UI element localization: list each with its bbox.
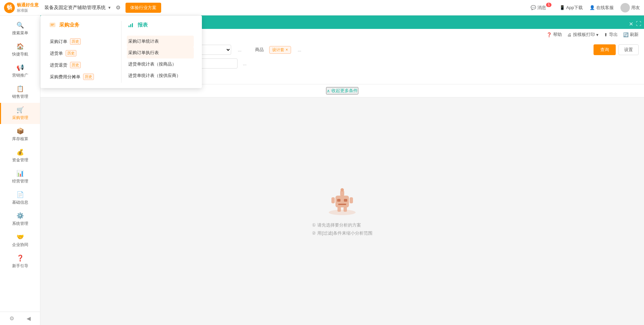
dropdown-item-order-exec[interactable]: 采购订单执行表 — [127, 47, 194, 58]
tab-close-action[interactable]: ✕ — [629, 21, 633, 27]
svg-rect-8 — [350, 197, 353, 203]
sidebar-item-operation[interactable]: 📊 经营管理 — [0, 166, 40, 188]
finance-icon: 💰 — [16, 149, 24, 156]
inbound-stats-supplier-label: 进货单统计表（按供应商） — [128, 73, 181, 79]
sidebar-item-quick-nav[interactable]: 🏠 快捷导航 — [0, 39, 40, 60]
app-name: 畅通好生意 — [17, 2, 39, 8]
sidebar-item-label: 基础信息 — [12, 200, 28, 205]
settings-button[interactable]: 设置 — [618, 44, 639, 55]
message-badge: 5 — [546, 3, 551, 7]
salesperson-ellipsis[interactable]: ... — [243, 61, 247, 66]
svg-rect-15 — [130, 24, 131, 27]
service-icon: 👤 — [589, 5, 595, 10]
inbound-history[interactable]: 历史 — [66, 50, 76, 56]
svg-rect-16 — [132, 23, 133, 27]
dropdown-item-purchase-order[interactable]: 采购订单 历史 — [48, 36, 116, 47]
inventory-icon: 📦 — [16, 127, 24, 135]
dropdown-item-order-stats[interactable]: 采购订单统计表 — [127, 36, 194, 47]
expense-label: 采购费用分摊单 — [50, 74, 80, 80]
svg-point-0 — [329, 210, 356, 215]
refresh-button[interactable]: 🔄 刷新 — [623, 32, 639, 38]
marketing-icon: 📢 — [16, 64, 24, 71]
top-bar-center: 装备及固定资产辅助管理系统 ▾ ⚙ 体验行业方案 — [44, 3, 531, 13]
help-icon: ❓ — [546, 32, 552, 37]
online-service-item[interactable]: 👤 在线客服 — [589, 5, 614, 11]
app-download-item[interactable]: 📱 App下载 — [560, 5, 583, 11]
sales-icon: 📋 — [16, 85, 24, 92]
sidebar-item-basic-info[interactable]: 📄 基础信息 — [0, 188, 40, 209]
active-bar — [0, 103, 1, 124]
dropdown-item-inbound-stats-goods[interactable]: 进货单统计表（按商品） — [127, 58, 194, 70]
voucher-ellipsis[interactable]: ... — [238, 47, 242, 52]
sidebar-item-inventory[interactable]: 📦 库存核算 — [0, 124, 40, 145]
system-name: 装备及固定资产辅助管理系统 — [44, 5, 106, 11]
sidebar-item-enterprise[interactable]: 🤝 企业协同 — [0, 230, 40, 251]
sidebar-item-guide[interactable]: ❓ 新手引导 — [0, 251, 40, 272]
dropdown-item-return[interactable]: 进货退货 历史 — [48, 59, 116, 71]
empty-text: 请先选择要分析的方案 用[过滤]条件来缩小分析范围 — [312, 221, 372, 237]
query-button[interactable]: 查询 — [594, 44, 616, 55]
sidebar-settings-icon[interactable]: ⚙ — [9, 315, 14, 322]
svg-rect-11 — [50, 23, 55, 27]
user-item[interactable]: 用友 — [620, 3, 640, 12]
return-label: 进货退货 — [50, 62, 67, 68]
svg-rect-7 — [331, 197, 335, 203]
purchase-col-icon — [48, 21, 57, 29]
report-col: 报表 采购订单统计表 采购订单执行表 进货单统计表（按商品） 进货单统计表（按供… — [124, 21, 197, 83]
print-dropdown-icon: ▾ — [596, 32, 599, 37]
sidebar-item-sales[interactable]: 📋 销售管理 — [0, 82, 40, 103]
phone-icon: 📱 — [560, 5, 565, 10]
print-icon: 🖨 — [567, 32, 572, 37]
top-bar-right: 💬 消息 5 📱 App下载 👤 在线客服 用友 — [531, 3, 640, 12]
export-icon: ⬆ — [604, 32, 608, 37]
goods-ellipsis[interactable]: ... — [298, 47, 301, 52]
sidebar-item-label: 营销推广 — [12, 73, 28, 78]
sidebar: 🔍 搜索菜单 🏠 快捷导航 📢 营销推广 📋 销售管理 🛒 采购管理 📦 库存核… — [0, 15, 40, 325]
tab-bar-actions: ✕ ⛶ — [629, 21, 641, 27]
sidebar-item-purchase[interactable]: 🛒 采购管理 — [0, 103, 40, 124]
collapse-label: 收起更多条件 — [331, 88, 358, 94]
avatar — [620, 3, 630, 12]
inbound-stats-goods-label: 进货单统计表（按商品） — [128, 61, 176, 67]
refresh-label: 刷新 — [630, 32, 639, 38]
sidebar-item-system[interactable]: ⚙️ 系统管理 — [0, 209, 40, 230]
search-icon: 🔍 — [16, 22, 24, 29]
report-col-title: 报表 — [127, 21, 194, 32]
goods-label: 商品 — [255, 47, 264, 53]
tab-expand-action[interactable]: ⛶ — [636, 21, 641, 27]
svg-rect-9 — [337, 207, 341, 212]
dropdown-item-expense[interactable]: 采购费用分摊单 历史 — [48, 71, 116, 83]
print-button[interactable]: 🖨 按模板打印 ▾ — [567, 32, 599, 38]
sidebar-item-search[interactable]: 🔍 搜索菜单 — [0, 18, 40, 39]
sidebar-item-marketing[interactable]: 📢 营销推广 — [0, 60, 40, 82]
sidebar-item-label: 采购管理 — [12, 115, 28, 121]
trial-button[interactable]: 体验行业方案 — [126, 3, 161, 13]
online-service-label: 在线客服 — [596, 5, 614, 11]
message-item[interactable]: 💬 消息 5 — [531, 5, 553, 11]
dropdown-item-inbound-stats-supplier[interactable]: 进货单统计表（按供应商） — [127, 70, 194, 81]
purchase-order-history[interactable]: 历史 — [70, 38, 81, 45]
export-button[interactable]: ⬆ 导出 — [604, 32, 618, 38]
logo-icon: 畅 — [4, 2, 15, 13]
sidebar-bottom: ⚙ ◀ — [0, 312, 40, 325]
inbound-label: 进货单 — [50, 50, 63, 56]
help-button[interactable]: ❓ 帮助 — [546, 32, 562, 38]
system-dropdown-arrow[interactable]: ▾ — [108, 5, 111, 10]
dropdown-item-inbound[interactable]: 进货单 历史 — [48, 47, 116, 59]
help-label: 帮助 — [553, 32, 562, 38]
dropdown-divider — [121, 21, 121, 83]
expense-history[interactable]: 历史 — [83, 74, 94, 80]
message-icon: 💬 — [531, 5, 536, 10]
user-name: 用友 — [631, 5, 640, 11]
print-label: 按模板打印 — [573, 32, 595, 38]
sidebar-item-finance[interactable]: 💰 资金管理 — [0, 145, 40, 166]
return-history[interactable]: 历史 — [70, 62, 81, 68]
settings-icon[interactable]: ⚙ — [113, 3, 123, 12]
goods-tag-close[interactable]: × — [286, 47, 288, 52]
svg-rect-10 — [344, 207, 347, 212]
svg-point-6 — [341, 188, 344, 192]
basic-info-icon: 📄 — [16, 191, 24, 198]
collapse-button[interactable]: ∧ 收起更多条件 — [326, 87, 358, 94]
sidebar-collapse-icon[interactable]: ◀ — [27, 315, 31, 322]
empty-state: 请先选择要分析的方案 用[过滤]条件来缩小分析范围 — [40, 97, 644, 325]
